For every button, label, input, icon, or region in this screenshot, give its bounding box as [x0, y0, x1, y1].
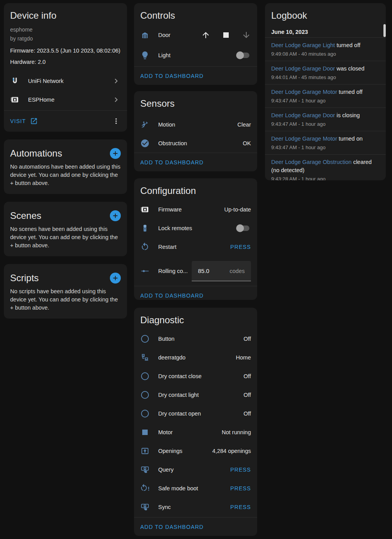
entity-link[interactable]: Deer Lodge Garage Door — [271, 112, 335, 118]
lock-remotes-label: Lock remotes — [158, 225, 236, 231]
restart-icon — [140, 242, 150, 252]
openings-row[interactable]: Openings 4,284 openings — [134, 442, 257, 460]
door-close-button[interactable] — [242, 30, 251, 40]
row-label: Dry contact open — [158, 410, 244, 417]
entry-timestamp: 9:49:08 AM - 40 minutes ago — [271, 51, 380, 58]
row-label: Dry contact light — [158, 392, 244, 398]
door-control-row[interactable]: Door — [134, 25, 257, 45]
configuration-card: Configuration Firmware Up-to-date Lock r… — [134, 178, 257, 300]
dry-contact-light-row[interactable]: Dry contact light Off — [134, 386, 257, 404]
motion-value: Clear — [237, 122, 251, 128]
controls-title: Controls — [134, 3, 257, 25]
add-to-dashboard-button[interactable]: ADD TO DASHBOARD — [140, 292, 204, 299]
door-stop-button[interactable] — [221, 30, 231, 40]
chevron-right-icon — [111, 76, 121, 86]
unifi-logo-icon — [10, 76, 19, 86]
safe-mode-boot-row[interactable]: Safe mode boot PRESS — [134, 479, 257, 498]
sync-row[interactable]: Sync PRESS — [134, 498, 257, 516]
entry-action: turned on — [339, 136, 362, 142]
dry-contact-open-row[interactable]: Dry contact open Off — [134, 404, 257, 423]
motor-row[interactable]: Motor Not running — [134, 423, 257, 442]
left-column: Device info esphome by ratgdo Firmware: … — [4, 3, 127, 326]
light-control-row[interactable]: Light — [134, 45, 257, 65]
entity-link[interactable]: Deer Lodge Garage Motor — [271, 136, 337, 142]
entity-link[interactable]: Deer Lodge Garage Obstruction — [271, 159, 351, 165]
door-open-button[interactable] — [201, 30, 210, 40]
row-value: Not running — [222, 429, 251, 435]
esphome-firmware-icon — [140, 205, 150, 214]
row-value: Off — [244, 373, 251, 379]
integration-row-unifi[interactable]: UniFi Network — [4, 72, 127, 90]
query-row[interactable]: Query PRESS — [134, 460, 257, 479]
restart-alert-icon — [140, 484, 150, 493]
stop-icon — [223, 32, 229, 38]
row-value: 4,284 openings — [212, 448, 251, 454]
circle-outline-icon — [140, 409, 150, 418]
circle-outline-icon — [140, 334, 150, 343]
query-press-button[interactable]: PRESS — [230, 467, 251, 473]
entity-link[interactable]: Deer Lodge Garage Light — [271, 42, 335, 48]
device-firmware: Firmware: 2023.5.5 (Jun 10 2023, 08:02:0… — [4, 43, 127, 55]
door-label: Door — [158, 32, 201, 38]
restart-row[interactable]: Restart PRESS — [134, 238, 257, 256]
add-scene-button[interactable] — [110, 210, 121, 221]
row-value: Off — [244, 410, 251, 417]
add-script-button[interactable] — [110, 273, 121, 284]
add-automation-button[interactable] — [110, 148, 121, 159]
rolling-code-row[interactable]: Rolling co... 85.0 codes — [134, 256, 257, 286]
obstruction-label: Obstruction — [158, 140, 243, 146]
chevron-right-icon — [111, 95, 121, 104]
configuration-footer: ADD TO DASHBOARD — [134, 286, 257, 300]
add-to-dashboard-button[interactable]: ADD TO DASHBOARD — [140, 73, 204, 79]
openings-arrow-up-box-icon — [140, 446, 150, 456]
motion-label: Motion — [158, 122, 237, 128]
entry-action: was closed — [337, 65, 365, 72]
row-label: Query — [158, 467, 230, 473]
sensors-card: Sensors Motion Clear Obstruction OK ADD … — [134, 91, 257, 171]
lightbulb-icon — [140, 51, 150, 60]
esphome-logo-icon — [10, 95, 19, 104]
obstruction-sensor-row[interactable]: Obstruction OK — [134, 134, 257, 153]
square-icon — [140, 428, 150, 437]
entry-timestamp: 9:43:47 AM - 1 hour ago — [271, 97, 380, 104]
open-in-new-icon — [30, 117, 38, 125]
sync-press-button[interactable]: PRESS — [230, 504, 251, 510]
counter-slider-icon — [140, 266, 150, 276]
visit-link[interactable]: VISIT — [10, 117, 38, 125]
gesture-tap-button-icon — [140, 465, 150, 474]
arrow-down-icon — [242, 30, 251, 40]
row-label: Openings — [158, 448, 212, 454]
add-to-dashboard-button[interactable]: ADD TO DASHBOARD — [140, 159, 204, 166]
button-row[interactable]: Button Off — [134, 329, 257, 348]
restart-press-button[interactable]: PRESS — [230, 244, 251, 250]
circle-outline-icon — [140, 372, 150, 381]
light-label: Light — [158, 52, 236, 58]
rolling-code-input[interactable]: 85.0 codes — [192, 261, 251, 281]
light-toggle[interactable] — [236, 51, 251, 59]
dry-contact-close-row[interactable]: Dry contact close Off — [134, 367, 257, 386]
automations-title: Automations — [10, 147, 110, 160]
entry-action: turned off — [337, 42, 360, 48]
deerratgdo-row[interactable]: deerratgdo Home — [134, 348, 257, 367]
firmware-row[interactable]: Firmware Up-to-date — [134, 200, 257, 219]
logbook-title: Logbook — [265, 3, 386, 23]
overflow-menu-icon[interactable] — [111, 116, 121, 126]
remote-icon — [140, 224, 150, 233]
entity-link[interactable]: Deer Lodge Garage Motor — [271, 89, 337, 95]
rolling-code-unit: codes — [230, 268, 245, 274]
motion-sensor-row[interactable]: Motion Clear — [134, 115, 257, 134]
scripts-empty-text: No scripts have been added using this de… — [4, 286, 127, 314]
rolling-code-value: 85.0 — [198, 268, 230, 274]
entity-link[interactable]: Deer Lodge Garage Door — [271, 65, 335, 72]
logbook-entry: Deer Lodge Garage Door is closing 9:43:4… — [265, 108, 386, 131]
logbook-scrollbar-thumb[interactable] — [383, 24, 386, 37]
scenes-empty-text: No scenes have been added using this dev… — [4, 224, 127, 251]
add-to-dashboard-button[interactable]: ADD TO DASHBOARD — [140, 524, 204, 530]
lock-remotes-row[interactable]: Lock remotes — [134, 219, 257, 238]
lock-remotes-toggle[interactable] — [236, 224, 251, 232]
integration-row-esphome[interactable]: ESPHome — [4, 90, 127, 109]
plus-icon — [111, 274, 120, 282]
integration-label: UniFi Network — [28, 78, 111, 84]
device-byline: by ratgdo — [4, 34, 127, 43]
safe-mode-boot-press-button[interactable]: PRESS — [230, 485, 251, 491]
